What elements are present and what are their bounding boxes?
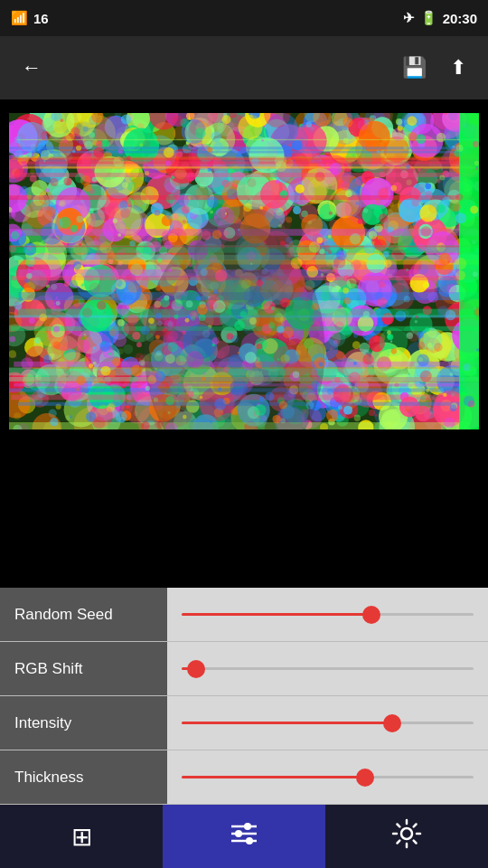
status-bar: 📶 16 ✈ 🔋 20:30: [0, 0, 488, 36]
control-row-intensity: Intensity: [0, 696, 488, 750]
nav-light-button[interactable]: [325, 805, 488, 868]
control-row-rgb-shift: RGB Shift: [0, 642, 488, 696]
control-row-random-seed: Random Seed: [0, 588, 488, 642]
toolbar: ← 💾 ⬆: [0, 36, 488, 99]
svg-line-13: [414, 824, 417, 826]
glitch-canvas: [9, 113, 479, 429]
battery-icon: 🔋: [420, 10, 437, 26]
slider-random-seed[interactable]: [182, 606, 474, 624]
back-button[interactable]: ←: [14, 49, 49, 87]
slider-area-thickness: [167, 769, 488, 787]
flight-icon: ✈: [403, 10, 415, 26]
svg-point-3: [244, 823, 251, 830]
status-right: ✈ 🔋 20:30: [403, 10, 477, 26]
bottom-nav: ⊞: [0, 805, 488, 868]
label-intensity: Intensity: [0, 696, 167, 750]
sliders-icon: [228, 817, 260, 856]
glitch-image: [9, 113, 479, 429]
light-icon: [391, 818, 422, 855]
svg-point-4: [235, 830, 242, 837]
clock: 20:30: [443, 11, 477, 26]
slider-intensity[interactable]: [182, 714, 474, 732]
signal-icon: 📶: [11, 10, 28, 26]
control-row-thickness: Thickness: [0, 750, 488, 805]
controls-panel: Random SeedRGB ShiftIntensityThickness: [0, 588, 488, 805]
svg-point-5: [246, 837, 253, 844]
svg-line-12: [414, 840, 417, 843]
share-button[interactable]: ⬆: [443, 49, 474, 87]
slider-area-intensity: [167, 714, 488, 732]
svg-point-6: [401, 828, 412, 839]
nav-sliders-button[interactable]: [163, 805, 325, 868]
toolbar-actions: 💾 ⬆: [395, 49, 474, 87]
label-rgb-shift: RGB Shift: [0, 642, 167, 695]
label-thickness: Thickness: [0, 750, 167, 804]
status-number: 16: [33, 11, 49, 26]
image-container: [0, 99, 488, 443]
grid-icon: ⊞: [71, 822, 92, 852]
slider-rgb-shift[interactable]: [182, 660, 474, 678]
status-left: 📶 16: [11, 10, 49, 26]
save-button[interactable]: 💾: [395, 49, 434, 87]
slider-thickness[interactable]: [182, 769, 474, 787]
nav-grid-button[interactable]: ⊞: [0, 805, 163, 868]
label-random-seed: Random Seed: [0, 588, 167, 641]
svg-line-11: [398, 824, 400, 826]
slider-area-random-seed: [167, 606, 488, 624]
svg-line-14: [398, 840, 400, 843]
slider-area-rgb-shift: [167, 660, 488, 678]
